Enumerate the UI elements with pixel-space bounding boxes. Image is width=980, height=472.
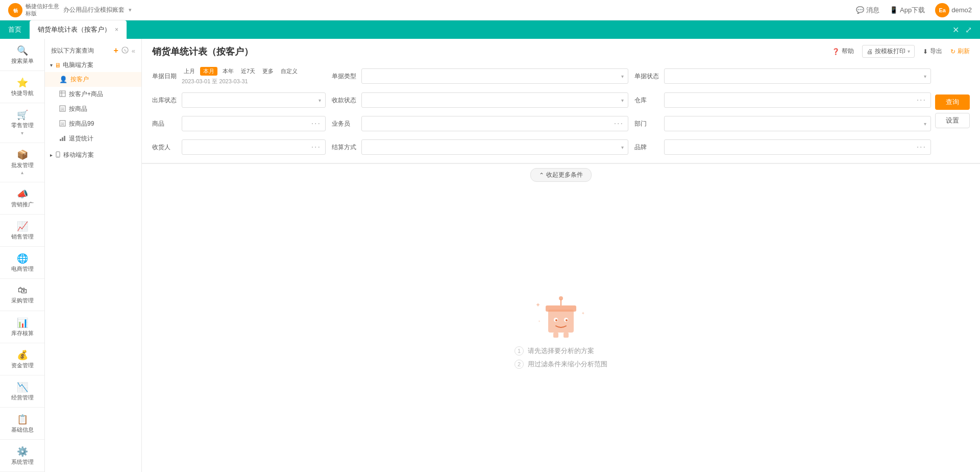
filter-row-3: 商品 ··· 业务员 ··· [152, 112, 931, 135]
svg-point-20 [555, 319, 557, 321]
scheme-group-mobile: ▸ 移动端方案 [45, 148, 141, 162]
sidebar-item-purchase[interactable]: 🛍 采购管理 [0, 279, 44, 311]
sidebar-item-ecommerce[interactable]: 🌐 电商管理 [0, 247, 44, 279]
order-type-arrow-icon: ▾ [621, 74, 624, 79]
scheme-edit-btn[interactable]: ✎ [121, 46, 129, 55]
scheme-panel-title: 按以下方案查询 [51, 46, 94, 55]
settlement-field[interactable]: ▾ [361, 139, 628, 155]
tab-bar-actions: ✕ ⤢ [952, 25, 980, 35]
scheme-collapse-btn[interactable]: « [132, 47, 135, 55]
svg-text:✦: ✦ [581, 311, 585, 316]
export-icon: ⬇ [923, 48, 928, 55]
scheme-item-by-product[interactable]: 回 按商品 [45, 102, 141, 116]
date-tab-this-year[interactable]: 本年 [220, 67, 236, 76]
template-print-btn[interactable]: 🖨 按模板打印 ▾ [862, 45, 915, 58]
brand-field[interactable]: ··· [664, 139, 931, 155]
svg-point-15 [58, 156, 59, 157]
svg-text:✦: ✦ [538, 320, 541, 323]
svg-text:✦: ✦ [535, 301, 541, 309]
filter-cell-date: 单据日期 上月 本月 本年 近7天 更多 自定义 [152, 67, 326, 85]
tab-home[interactable]: 首页 [0, 20, 30, 39]
by-product-icon: 回 [59, 105, 66, 113]
date-tab-custom[interactable]: 自定义 [279, 67, 300, 76]
product-field[interactable]: ··· [182, 116, 326, 131]
order-type-label: 单据类型 [332, 72, 357, 81]
payment-status-field[interactable]: ▾ [361, 92, 628, 108]
department-field[interactable]: ▾ [664, 116, 931, 131]
order-status-field[interactable]: ▾ [664, 68, 931, 84]
query-btn[interactable]: 查询 [935, 95, 970, 110]
app-download-action[interactable]: 📱 App下载 [890, 6, 925, 15]
date-tab-more[interactable]: 更多 [260, 67, 276, 76]
breadcrumb-dropdown-icon[interactable]: ▾ [129, 7, 132, 13]
query-panel: 销货单统计表（按客户） ❓ 帮助 🖨 按模板打印 ▾ ⬇ [142, 39, 980, 472]
date-tab-this-month[interactable]: 本月 [200, 67, 217, 76]
refresh-btn[interactable]: ↻ 刷新 [950, 47, 970, 56]
mobile-group-arrow-icon: ▸ [50, 152, 53, 158]
date-tab-last-month[interactable]: 上月 [182, 67, 197, 76]
settings-btn[interactable]: 设置 [935, 113, 970, 128]
sidebar-item-search-menu[interactable]: 🔍 搜索菜单 [0, 39, 44, 71]
collapse-bar: ⌃ 收起更多条件 [142, 163, 980, 186]
filter-cell-department: 部门 ▾ [634, 115, 931, 132]
quick-nav-icon: ⭐ [2, 77, 42, 88]
scheme-group-mobile-title[interactable]: ▸ 移动端方案 [45, 148, 141, 162]
system-mgmt-icon: ⚙️ [2, 446, 42, 457]
ship-status-field[interactable]: ▾ [182, 92, 326, 108]
sidebar-item-finance[interactable]: 💰 资金管理 [0, 343, 44, 375]
order-type-field[interactable]: ▾ [361, 68, 628, 84]
purchase-icon: 🛍 [2, 285, 42, 296]
sidebar-item-system-mgmt[interactable]: ⚙️ 系统管理 [0, 440, 44, 472]
user-action[interactable]: Ea demo2 [935, 3, 972, 17]
sidebar-item-retail-mgmt[interactable]: 🛒 零售管理 ▾ [0, 103, 44, 143]
warehouse-field[interactable]: ··· [664, 92, 931, 108]
sidebar-item-wholesale-mgmt[interactable]: 📦 批发管理 ▴ [0, 143, 44, 182]
scheme-item-return-stats[interactable]: 退货统计 [45, 131, 141, 146]
refresh-icon: ↻ [950, 48, 955, 55]
query-title-row: 销货单统计表（按客户） ❓ 帮助 🖨 按模板打印 ▾ ⬇ [152, 45, 970, 58]
salesperson-dots-icon: ··· [614, 119, 624, 128]
sidebar-item-marketing[interactable]: 📣 营销推广 [0, 182, 44, 215]
sidebar-item-sales-mgmt[interactable]: 📈 销售管理 [0, 215, 44, 247]
svg-text:畅: 畅 [13, 8, 18, 13]
finance-icon: 💰 [2, 349, 42, 361]
help-btn[interactable]: ❓ 帮助 [832, 47, 854, 56]
tab-active[interactable]: 销货单统计表（按客户） × [30, 20, 127, 39]
date-tab-last-7-days[interactable]: 近7天 [239, 67, 257, 76]
tab-close-icon[interactable]: × [115, 26, 118, 33]
marketing-icon: 📣 [2, 188, 42, 200]
sidebar-item-quick-nav[interactable]: ⭐ 快捷导航 [0, 71, 44, 103]
scheme-group-desktop-title[interactable]: ▾ 🖥 电脑端方案 [45, 58, 141, 72]
date-tabs: 上月 本月 本年 近7天 更多 自定义 [182, 67, 326, 76]
filter-cell-order-type: 单据类型 ▾ [332, 67, 628, 85]
scheme-item-by-product-99[interactable]: 回 按商品99 [45, 116, 141, 131]
svg-text:✎: ✎ [123, 48, 127, 53]
tab-close-all-icon[interactable]: ✕ [952, 25, 959, 35]
receiver-field[interactable]: ··· [182, 139, 326, 155]
scheme-item-by-customer-product[interactable]: 按客户+商品 [45, 87, 141, 102]
print-icon: 🖨 [867, 48, 873, 55]
filter-cell-brand: 品牌 ··· [634, 138, 931, 156]
inventory-icon: 📊 [2, 317, 42, 328]
operation-icon: 📉 [2, 382, 42, 393]
empty-illustration: ✦ ✦ ✦ [530, 289, 592, 340]
sidebar-item-basic-info[interactable]: 📋 基础信息 [0, 408, 44, 440]
sidebar-item-operation[interactable]: 📉 经营管理 [0, 375, 44, 408]
export-btn[interactable]: ⬇ 导出 [923, 47, 942, 56]
query-header: 销货单统计表（按客户） ❓ 帮助 🖨 按模板打印 ▾ ⬇ [142, 39, 980, 163]
scheme-add-btn[interactable]: + [113, 46, 118, 55]
tab-maximize-icon[interactable]: ⤢ [965, 25, 972, 35]
warehouse-label: 仓库 [634, 96, 660, 105]
app-download-icon: 📱 [890, 6, 898, 14]
sidebar-item-inventory[interactable]: 📊 库存核算 [0, 311, 44, 343]
tip-num-1: 1 [514, 346, 524, 356]
message-action[interactable]: 💬 消息 [856, 6, 879, 15]
date-range-text: 2023-03-01 至 2023-03-31 [182, 78, 326, 85]
help-icon: ❓ [832, 48, 840, 55]
collapse-btn[interactable]: ⌃ 收起更多条件 [530, 168, 592, 182]
ship-status-label: 出库状态 [152, 96, 178, 105]
salesperson-field[interactable]: ··· [361, 116, 628, 131]
warehouse-dots-icon: ··· [917, 96, 926, 105]
payment-status-arrow-icon: ▾ [621, 98, 624, 103]
scheme-item-by-customer[interactable]: 👤 按客户 [45, 72, 141, 87]
